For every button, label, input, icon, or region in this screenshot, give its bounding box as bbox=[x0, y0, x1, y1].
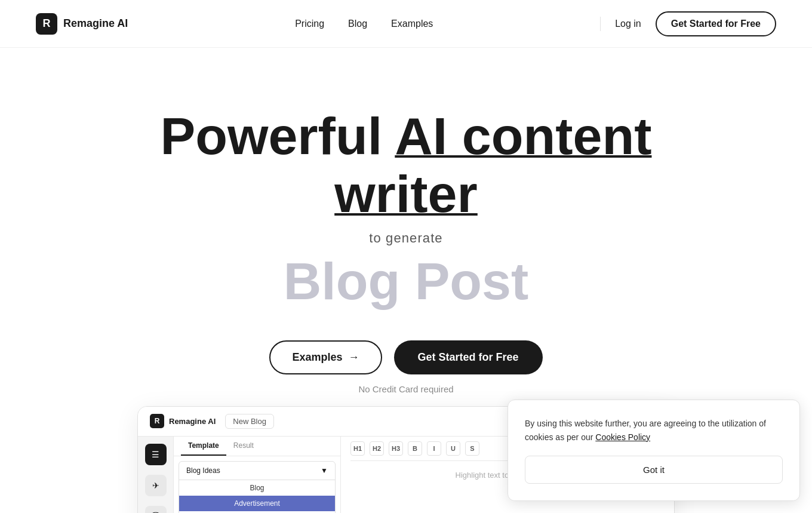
arrow-icon: → bbox=[349, 351, 359, 364]
toolbar-italic[interactable]: I bbox=[427, 441, 441, 456]
no-credit-card-text: No Credit Card required bbox=[358, 384, 453, 394]
chevron-down-icon: ▼ bbox=[321, 466, 328, 475]
dropdown-header: Blog Ideas ▼ bbox=[179, 462, 335, 480]
panel-content: Blog Ideas ▼ Blog Advertisement Social P… bbox=[174, 456, 340, 513]
app-panel-left: Template Result Blog Ideas ▼ Blog Advert… bbox=[174, 437, 341, 513]
dropdown-section: Blog Ideas ▼ Blog Advertisement Social P… bbox=[179, 461, 336, 513]
tab-template[interactable]: Template bbox=[181, 437, 226, 456]
cookies-policy-link[interactable]: Cookies Policy bbox=[595, 432, 650, 442]
cookie-got-it-button[interactable]: Got it bbox=[525, 456, 783, 484]
hero-cta-button[interactable]: Get Started for Free bbox=[394, 340, 543, 374]
new-blog-button[interactable]: New Blog bbox=[225, 414, 274, 429]
cookie-text: By using this website further, you are a… bbox=[525, 417, 783, 444]
tab-result[interactable]: Result bbox=[226, 437, 261, 456]
toolbar-strikethrough[interactable]: S bbox=[465, 441, 479, 456]
app-logo-small: R Remagine AI bbox=[150, 414, 216, 428]
hero-headline-plain: Powerful bbox=[161, 106, 395, 165]
hero-buttons: Examples → Get Started for Free bbox=[269, 340, 542, 374]
nav-examples[interactable]: Examples bbox=[391, 19, 433, 29]
app-logo-icon: R bbox=[150, 414, 164, 428]
toolbar-underline[interactable]: U bbox=[446, 441, 460, 456]
dropdown-label: Blog Ideas bbox=[186, 466, 220, 475]
sidebar-chat-icon[interactable]: 💬 bbox=[145, 506, 167, 513]
examples-button[interactable]: Examples → bbox=[269, 340, 382, 374]
nav-blog[interactable]: Blog bbox=[348, 19, 367, 29]
dropdown-item-blog[interactable]: Blog bbox=[179, 480, 335, 496]
cookie-banner: By using this website further, you are a… bbox=[508, 400, 800, 501]
app-sidebar: ☰ ✈ 💬 bbox=[138, 437, 174, 513]
nav-pricing[interactable]: Pricing bbox=[295, 19, 324, 29]
toolbar-h3[interactable]: H3 bbox=[389, 441, 403, 456]
logo: R Remagine AI bbox=[36, 13, 128, 35]
toolbar-bold[interactable]: B bbox=[408, 441, 422, 456]
toolbar-h2[interactable]: H2 bbox=[370, 441, 384, 456]
dropdown-item-advertisement[interactable]: Advertisement bbox=[179, 496, 335, 511]
header-cta-button[interactable]: Get Started for Free bbox=[656, 11, 776, 36]
sidebar-template-icon[interactable]: ☰ bbox=[145, 444, 167, 465]
hero-headline: Powerful AI content writer bbox=[137, 107, 675, 223]
dropdown-item-social-post[interactable]: Social Post bbox=[179, 511, 335, 513]
nav-separator bbox=[600, 17, 601, 31]
hero-subtext: to generate bbox=[369, 231, 442, 246]
sidebar-send-icon[interactable]: ✈ bbox=[145, 475, 167, 496]
header-actions: Log in Get Started for Free bbox=[600, 11, 776, 36]
nav: Pricing Blog Examples bbox=[295, 19, 433, 29]
logo-icon: R bbox=[36, 13, 57, 35]
login-link[interactable]: Log in bbox=[615, 19, 641, 29]
app-logo-name: Remagine AI bbox=[169, 417, 216, 426]
logo-text: Remagine AI bbox=[63, 17, 128, 30]
hero-animated-word: Blog Post bbox=[284, 251, 529, 312]
header: R Remagine AI Pricing Blog Examples Log … bbox=[0, 0, 812, 48]
toolbar-h1[interactable]: H1 bbox=[350, 441, 365, 456]
panel-tabs: Template Result bbox=[174, 437, 340, 456]
